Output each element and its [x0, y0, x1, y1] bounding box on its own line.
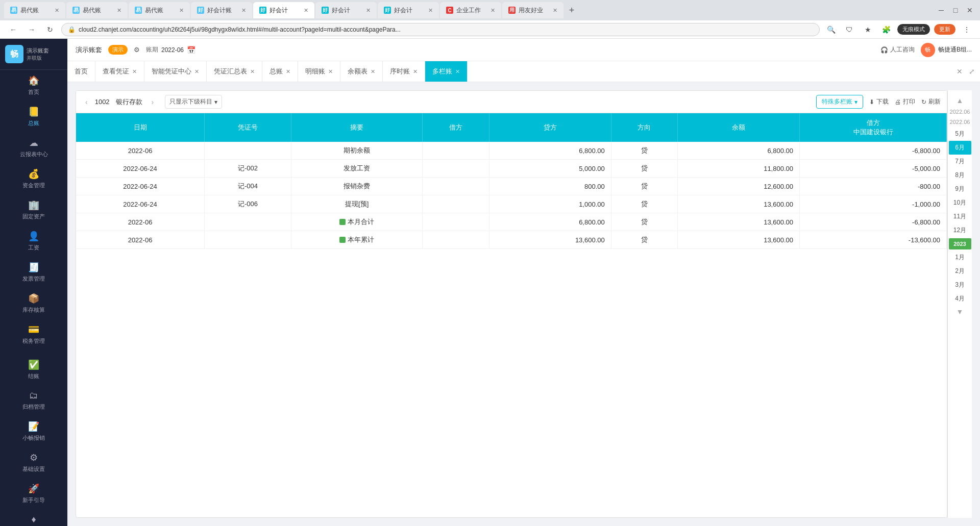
voucher-link[interactable]: 记-006	[238, 200, 258, 208]
tab-smart-voucher-close[interactable]: ✕	[194, 68, 199, 75]
month-item[interactable]: 9月	[949, 182, 971, 196]
browser-tab-7[interactable]: 好 好会计 ✕	[378, 2, 439, 18]
tab-close-2[interactable]: ✕	[117, 7, 121, 14]
tab-detail-ledger-close[interactable]: ✕	[328, 68, 333, 75]
sidebar-item-settings[interactable]: ⚙ 基础设置	[0, 447, 67, 478]
browser-tab-5[interactable]: 好 好会计 ✕	[253, 2, 314, 18]
tab-multi-column[interactable]: 多栏账 ✕	[425, 61, 468, 82]
month-item[interactable]: 7月	[949, 155, 971, 168]
tab-close-5[interactable]: ✕	[304, 7, 308, 14]
tab-close-6[interactable]: ✕	[366, 7, 371, 14]
tab-multi-column-close[interactable]: ✕	[455, 68, 460, 75]
sidebar-item-cloud-report[interactable]: ☁ 云报表中心	[0, 132, 67, 163]
calendar-icon[interactable]: 📅	[187, 46, 195, 54]
prev-account-button[interactable]: ‹	[82, 97, 91, 107]
month-item[interactable]: 2月	[949, 264, 971, 278]
filter-select[interactable]: 只显示下级科目 ▾	[165, 95, 222, 109]
browser-tab-6[interactable]: 好 好会计 ✕	[315, 2, 377, 18]
tab-close-1[interactable]: ✕	[55, 7, 59, 14]
month-item[interactable]: 4月	[949, 292, 971, 306]
browser-tab-4[interactable]: 好 好会计账 ✕	[191, 2, 252, 18]
tab-voucher-view-close[interactable]: ✕	[132, 68, 137, 75]
cell-date: 2022-06	[76, 142, 205, 160]
sidebar-item-archive[interactable]: 🗂 归档管理	[0, 385, 67, 416]
sidebar-item-fixed-assets[interactable]: 🏢 固定资产	[0, 194, 67, 226]
sidebar-item-invoice[interactable]: 🧾 发票管理	[0, 257, 67, 288]
tab-balance-sheet[interactable]: 余额表 ✕	[340, 61, 383, 82]
tab-detail-ledger[interactable]: 明细账 ✕	[298, 61, 340, 82]
forward-button[interactable]: →	[24, 22, 39, 37]
month-item[interactable]: 8月	[949, 168, 971, 182]
sidebar-item-expense[interactable]: 📝 小畅报销	[0, 416, 67, 447]
sidebar-item-inventory[interactable]: 📦 库存核算	[0, 288, 67, 319]
refresh-button[interactable]: ↻	[43, 22, 57, 37]
incognito-button[interactable]: 无痕模式	[897, 24, 930, 35]
special-multicolumn-button[interactable]: 特殊多栏账 ▾	[816, 95, 863, 109]
url-bar[interactable]: 🔒 cloud2.chanjet.com/accounting/uh26t264…	[61, 23, 820, 36]
minimize-button[interactable]: ─	[935, 4, 947, 16]
tab-home[interactable]: 首页	[67, 61, 95, 82]
cell-voucher	[205, 142, 291, 160]
update-button[interactable]: 更新	[934, 24, 955, 35]
month-item[interactable]: 11月	[949, 210, 971, 223]
voucher-link[interactable]: 记-004	[238, 182, 258, 190]
bookmark-icon[interactable]: ★	[861, 22, 875, 37]
voucher-link[interactable]: 记-002	[238, 164, 258, 172]
month-item[interactable]: 6月	[949, 141, 971, 155]
tab-smart-voucher[interactable]: 智能凭证中心 ✕	[144, 61, 207, 82]
settings-gear-icon[interactable]: ⚙	[134, 46, 140, 54]
tab-sequence-ledger[interactable]: 序时账 ✕	[383, 61, 425, 82]
cell-summary: 本年累计	[291, 231, 423, 249]
tab-close-4[interactable]: ✕	[241, 7, 246, 14]
tab-close-3[interactable]: ✕	[179, 7, 184, 14]
collapse-icon[interactable]: ✕	[955, 66, 964, 77]
consult-button[interactable]: 🎧 人工咨询	[880, 45, 915, 54]
tab-close-8[interactable]: ✕	[491, 7, 495, 14]
month-item[interactable]: 3月	[949, 278, 971, 292]
sidebar-item-home[interactable]: 🏠 首页	[0, 70, 67, 101]
tab-voucher-view[interactable]: 查看凭证 ✕	[95, 61, 144, 82]
sidebar-item-membership[interactable]: ♦ 畅会员	[0, 509, 67, 526]
menu-icon[interactable]: ⋮	[960, 22, 974, 37]
tab-voucher-summary-close[interactable]: ✕	[250, 68, 255, 75]
search-icon[interactable]: 🔍	[824, 22, 838, 37]
refresh-button[interactable]: ↻ 刷新	[921, 97, 941, 106]
browser-tab-8[interactable]: C 企业工作 ✕	[440, 2, 501, 18]
tab-close-9[interactable]: ✕	[553, 7, 557, 14]
sidebar-item-fund-mgmt[interactable]: 💰 资金管理	[0, 163, 67, 194]
tab-sequence-ledger-close[interactable]: ✕	[413, 68, 418, 75]
tab-close-7[interactable]: ✕	[428, 7, 433, 14]
browser-tab-3[interactable]: 易 易代账 ✕	[129, 2, 190, 18]
sidebar-item-tax[interactable]: 💳 税务管理	[0, 319, 67, 350]
browser-tab-1[interactable]: 易 易代账 ✕	[4, 2, 65, 18]
download-button[interactable]: ⬇ 下载	[869, 97, 889, 106]
month-item[interactable]: 5月	[949, 127, 971, 141]
browser-tab-2[interactable]: 易 易代账 ✕	[66, 2, 128, 18]
extension-icon[interactable]: 🧩	[879, 22, 893, 37]
expand-icon[interactable]: ⤢	[968, 66, 976, 77]
tab-balance-sheet-close[interactable]: ✕	[371, 68, 375, 75]
browser-tab-9[interactable]: 用 用友好业 ✕	[502, 2, 564, 18]
tab-general-ledger[interactable]: 总账 ✕	[262, 61, 298, 82]
month-item[interactable]: 1月	[949, 251, 971, 264]
month-item[interactable]: 10月	[949, 196, 971, 210]
month-item[interactable]: 12月	[949, 223, 971, 237]
cell-extra-debit: -6,800.00	[800, 142, 947, 160]
sidebar-item-closing[interactable]: ✅ 结账	[0, 354, 67, 385]
tab-general-ledger-close[interactable]: ✕	[286, 68, 290, 75]
new-tab-button[interactable]: +	[565, 3, 579, 17]
shield-icon[interactable]: 🛡	[842, 22, 856, 37]
close-window-button[interactable]: ✕	[964, 4, 976, 16]
next-account-button[interactable]: ›	[149, 97, 157, 107]
tab-voucher-summary[interactable]: 凭证汇总表 ✕	[207, 61, 262, 82]
calendar-scroll-down[interactable]: ▼	[954, 306, 966, 318]
back-button[interactable]: ←	[6, 22, 20, 37]
sidebar-item-guide[interactable]: 🚀 新手引导	[0, 478, 67, 509]
sidebar-item-salary[interactable]: 👤 工资	[0, 226, 67, 257]
special-btn-label: 特殊多栏账	[822, 97, 852, 106]
print-button[interactable]: 🖨 打印	[895, 97, 915, 106]
calendar-scroll-up[interactable]: ▲	[954, 94, 966, 107]
sidebar-item-general-ledger[interactable]: 📒 总账	[0, 101, 67, 132]
tab-title-1: 易代账	[20, 6, 52, 15]
maximize-button[interactable]: □	[949, 4, 962, 16]
